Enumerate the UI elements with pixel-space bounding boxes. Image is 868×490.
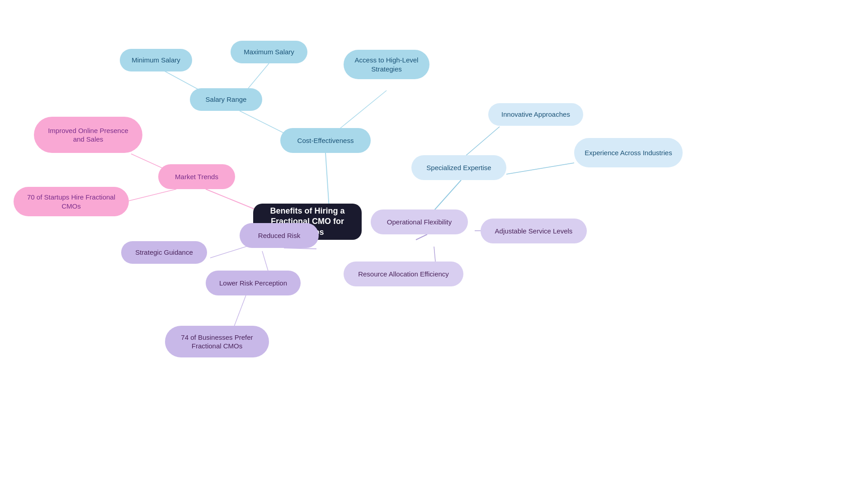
svg-line-4 — [416, 234, 427, 240]
businesses-prefer-node: 74 of Businesses Prefer Fractional CMOs — [165, 326, 269, 357]
resource-allocation-node: Resource Allocation Efficiency — [344, 262, 463, 286]
maximum-salary-node: Maximum Salary — [231, 41, 307, 63]
lower-risk-node: Lower Risk Perception — [206, 271, 301, 295]
salary-range-node: Salary Range — [190, 88, 262, 111]
adjustable-service-node: Adjustable Service Levels — [481, 219, 587, 243]
specialized-expertise-node: Specialized Expertise — [411, 155, 506, 180]
market-trends-node: Market Trends — [158, 164, 235, 189]
experience-across-node: Experience Across Industries — [574, 138, 683, 167]
access-high-level-node: Access to High-Level Strategies — [344, 50, 429, 79]
startups-hire-node: 70 of Startups Hire Fractional CMOs — [14, 187, 129, 216]
svg-line-3 — [284, 248, 316, 249]
strategic-guidance-node: Strategic Guidance — [121, 241, 207, 264]
improved-online-node: Improved Online Presence and Sales — [34, 117, 142, 153]
reduced-risk-node: Reduced Risk — [240, 223, 319, 248]
innovative-approaches-node: Innovative Approaches — [488, 103, 583, 126]
minimum-salary-node: Minimum Salary — [120, 49, 192, 71]
svg-line-10 — [506, 163, 574, 174]
cost-effectiveness-node: Cost-Effectiveness — [280, 128, 371, 153]
operational-flexibility-node: Operational Flexibility — [371, 209, 468, 234]
